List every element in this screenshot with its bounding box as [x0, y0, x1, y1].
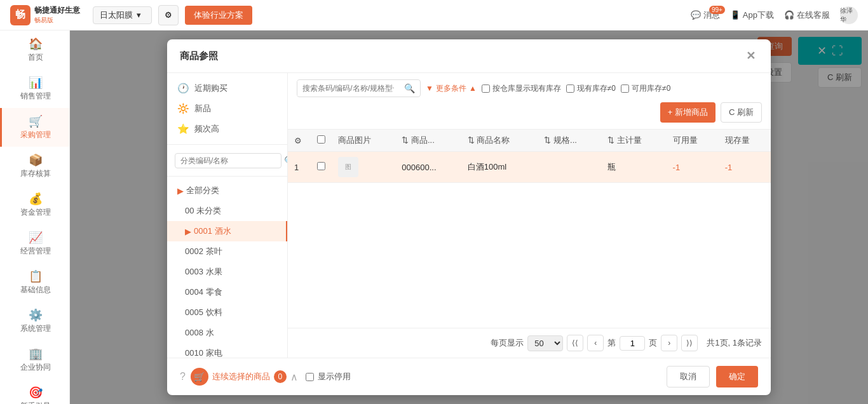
show-disabled-checkbox[interactable] — [306, 373, 314, 381]
refresh-button[interactable]: C 刷新 — [721, 102, 762, 123]
cell-check[interactable] — [311, 152, 332, 183]
guide-icon: 🎯 — [29, 386, 43, 400]
category-item-water[interactable]: 0008 水 — [167, 323, 287, 343]
usable-not-zero-filter[interactable]: 可用库存≠0 — [621, 83, 670, 94]
sidebar-item-purchase[interactable]: 🛒 采购管理 — [0, 108, 69, 147]
modal-title: 商品参照 — [180, 50, 218, 62]
more-filters-button[interactable]: ▼ 更多条件 ▲ — [426, 83, 477, 94]
th-code[interactable]: ⇅ 商品... — [395, 130, 461, 152]
last-page-button[interactable]: ⟩⟩ — [681, 335, 698, 351]
frequent-item[interactable]: ⭐ 频次高 — [167, 119, 287, 139]
table-header-row: ⚙ 商品图片 ⇅ 商品... — [288, 130, 771, 152]
new-products-item[interactable]: 🔆 新品 — [167, 98, 287, 119]
logo-icon: 畅 — [10, 5, 31, 25]
arrow-icon: ▶ — [177, 186, 184, 196]
online-service-button[interactable]: 🎧 在线客服 — [784, 10, 830, 21]
category-item-drinks[interactable]: 0005 饮料 — [167, 302, 287, 323]
modal-close-button[interactable]: ✕ — [743, 48, 758, 64]
sidebar-item-inventory[interactable]: 📦 库存核算 — [0, 147, 69, 185]
row-checkbox[interactable] — [317, 162, 325, 170]
logo-text: 畅捷通好生意 畅易版 — [34, 5, 80, 25]
sidebar-item-finance[interactable]: 💰 资金管理 — [0, 185, 69, 224]
category-item-snacks[interactable]: 0004 零食 — [167, 282, 287, 302]
table-row[interactable]: 1 图 000600... 白酒100ml — [288, 152, 771, 183]
category-item-liquor[interactable]: ▶ 0001 酒水 — [167, 221, 287, 241]
collapse-icon[interactable]: ∧ — [290, 371, 298, 383]
recent-purchases-item[interactable]: 🕐 近期购买 — [167, 78, 287, 98]
experience-button[interactable]: 体验行业方案 — [185, 6, 252, 25]
sidebar-item-home[interactable]: 🏠 首页 — [0, 30, 69, 69]
help-icon[interactable]: ? — [180, 371, 186, 382]
sidebar-item-sales[interactable]: 📊 销售管理 — [0, 69, 69, 108]
category-item-all[interactable]: ▶ 全部分类 — [167, 180, 287, 201]
category-search-input[interactable] — [175, 153, 281, 168]
sidebar-item-enterprise[interactable]: 🏢 企业协同 — [0, 340, 69, 379]
sidebar-item-guide[interactable]: 🎯 新手引导 — [0, 379, 69, 404]
available-not-zero-filter[interactable]: 现有库存≠0 — [566, 83, 616, 94]
page-size-label: 每页显示 — [491, 337, 524, 349]
settings-icon[interactable]: ⚙ — [158, 5, 179, 25]
cell-num: 1 — [288, 152, 311, 183]
select-all-checkbox[interactable] — [317, 135, 325, 144]
usable-not-zero-checkbox[interactable] — [621, 84, 629, 93]
chevron-down-icon: ▾ — [137, 10, 141, 20]
cell-image: 图 — [332, 152, 395, 183]
clock-icon: 🕐 — [177, 83, 189, 94]
product-table: ⚙ 商品图片 ⇅ 商品... — [288, 130, 771, 328]
category-item-fruit[interactable]: 0003 水果 — [167, 262, 287, 282]
confirm-button[interactable]: 确定 — [716, 366, 758, 387]
cart-button[interactable]: 🛒 连续选择的商品 0 ∧ — [191, 368, 298, 386]
th-available: 可用量 — [667, 130, 719, 152]
enterprise-icon: 🏢 — [29, 347, 43, 361]
first-page-button[interactable]: ⟨⟨ — [567, 335, 583, 351]
store-selector[interactable]: 日太阳膜 ▾ — [93, 6, 152, 24]
app-download-button[interactable]: 📱 App下载 — [730, 10, 774, 21]
th-spec[interactable]: ⇅ 规格... — [538, 130, 601, 152]
category-item-appliances[interactable]: 0010 家电 — [167, 343, 287, 358]
th-settings[interactable]: ⚙ — [288, 130, 311, 152]
quick-items-list: 🕐 近期购买 🔆 新品 ⭐ 频次高 — [167, 73, 287, 145]
sidebar-item-operations[interactable]: 📈 经营管理 — [0, 224, 69, 263]
table-body: 1 图 000600... 白酒100ml — [288, 152, 771, 183]
product-thumbnail: 图 — [338, 157, 358, 177]
messages-badge: 99+ — [709, 6, 725, 14]
product-search-box: 🔍 — [297, 79, 421, 97]
next-page-button[interactable]: › — [661, 335, 677, 351]
sort-spec-icon: ⇅ — [544, 135, 551, 145]
product-panel: 🔍 ▼ 更多条件 ▲ 按仓库显示现有库存 — [288, 73, 771, 358]
th-unit[interactable]: ⇅ 主计量 — [601, 130, 667, 152]
page-size-select[interactable]: 50 10 20 100 — [527, 335, 563, 351]
cell-unit: 瓶 — [601, 152, 667, 183]
sidebar-item-basic[interactable]: 📋 基础信息 — [0, 263, 69, 302]
messages-button[interactable]: 💬 消息 99+ — [691, 10, 720, 21]
new-icon: 🔆 — [177, 103, 189, 114]
category-item-tea[interactable]: 0002 茶叶 — [167, 241, 287, 262]
add-product-button[interactable]: + 新增商品 — [660, 102, 715, 123]
product-search-input[interactable] — [297, 81, 399, 96]
pagination: 每页显示 50 10 20 100 ⟨⟨ ‹ 第 页 — [288, 328, 771, 358]
th-name[interactable]: ⇅ 商品名称 — [461, 130, 538, 152]
category-item-uncategorized[interactable]: 00 未分类 — [167, 201, 287, 221]
page-number-input[interactable] — [620, 336, 645, 351]
sidebar-item-system[interactable]: ⚙️ 系统管理 — [0, 302, 69, 340]
page-label-end: 页 — [649, 337, 657, 349]
show-warehouse-inventory-filter[interactable]: 按仓库显示现有库存 — [482, 83, 561, 94]
product-search-button[interactable]: 🔍 — [399, 80, 420, 97]
show-disabled-label[interactable]: 显示停用 — [306, 371, 351, 382]
sort-code-icon: ⇅ — [402, 135, 409, 145]
avatar: 徐泽华 — [840, 6, 858, 24]
category-panel: 🕐 近期购买 🔆 新品 ⭐ 频次高 — [167, 73, 288, 358]
purchase-icon: 🛒 — [29, 114, 43, 128]
th-checkbox — [311, 130, 332, 152]
modal-overlay: 商品参照 ✕ 🕐 近期购买 🔆 — [70, 30, 868, 404]
available-not-zero-checkbox[interactable] — [566, 84, 574, 93]
products-table: ⚙ 商品图片 ⇅ 商品... — [288, 130, 771, 183]
cancel-button[interactable]: 取消 — [667, 366, 710, 387]
footer-right: 取消 确定 — [667, 366, 758, 387]
star-icon: ⭐ — [177, 123, 189, 135]
sales-icon: 📊 — [29, 76, 43, 90]
prev-page-button[interactable]: ‹ — [587, 335, 604, 351]
show-warehouse-inventory-checkbox[interactable] — [482, 84, 490, 93]
user-profile-button[interactable]: 徐泽华 — [840, 6, 858, 24]
cart-icon: 🛒 — [191, 368, 208, 386]
